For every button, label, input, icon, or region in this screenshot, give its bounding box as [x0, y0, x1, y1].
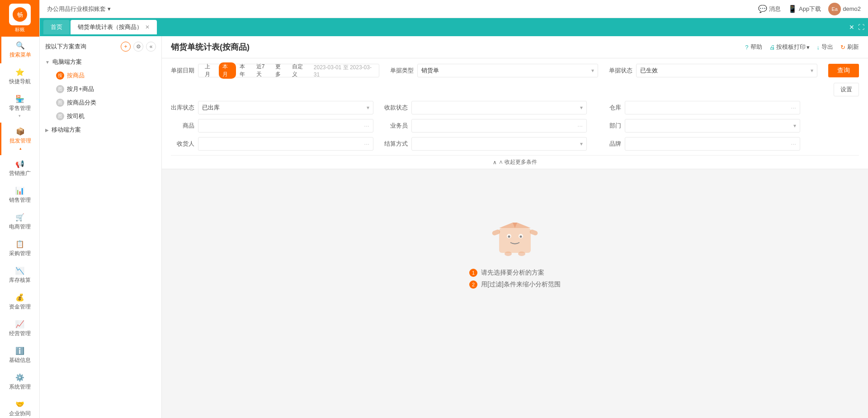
query-button[interactable]: 查询 — [828, 64, 859, 77]
user-profile-btn[interactable]: Ea demo2 — [828, 3, 861, 15]
template-print-btn[interactable]: 🖨 按模板打印 ▾ — [769, 43, 810, 51]
app-download-label: App下载 — [799, 5, 821, 13]
department-dropdown: ▾ — [793, 123, 796, 129]
sidebar-item-inventory-check[interactable]: 📉 库存核算 — [0, 262, 39, 289]
sidebar-item-ops-mgmt[interactable]: 📈 经营管理 — [0, 315, 39, 342]
tree-item-pc-scheme[interactable]: ▼ 电脑端方案 — [40, 55, 161, 69]
refresh-btn[interactable]: ↻ 刷新 — [840, 43, 859, 51]
settings-button[interactable]: 设置 — [834, 83, 859, 96]
svg-point-6 — [520, 236, 522, 238]
pill-7days[interactable]: 近7天 — [254, 62, 272, 79]
sidebar-item-label: 资金管理 — [9, 303, 31, 311]
filter-collect-status: 收款状态 ▾ — [384, 101, 587, 114]
search-icon: 🔍 — [16, 41, 25, 50]
settlement-label: 结算方式 — [384, 140, 411, 148]
app-download-btn[interactable]: 📱 App下载 — [788, 5, 821, 13]
collapse-panel-btn[interactable]: « — [146, 42, 156, 52]
tree-item-by-product[interactable]: 按 按商品 — [40, 69, 161, 82]
pill-this-year[interactable]: 本年 — [237, 62, 253, 79]
receiver-dots: ··· — [364, 140, 369, 147]
settings-scheme-btn[interactable]: ⚙ — [133, 42, 143, 52]
sidebar-item-wholesale-mgmt[interactable]: 📦 批发管理 ▴ — [0, 123, 39, 155]
brand-input[interactable]: ··· — [625, 137, 800, 151]
info-icon: ℹ️ — [15, 347, 24, 355]
tree-label-by-product: 按商品 — [67, 71, 85, 80]
receiver-input[interactable]: ··· — [198, 137, 373, 151]
template-print-arrow: ▾ — [807, 44, 810, 51]
collapse-filter-btn[interactable]: ∧ ∧ 收起更多条件 — [171, 155, 859, 169]
sidebar-item-ecommerce-mgmt[interactable]: 🛒 电商管理 — [0, 209, 39, 235]
svg-rect-2 — [499, 228, 531, 253]
pill-last-month[interactable]: 上月 — [202, 62, 218, 79]
sidebar-item-marketing[interactable]: 📢 营销推广 — [0, 155, 39, 182]
warehouse-input[interactable]: ··· — [625, 101, 800, 114]
company-selector[interactable]: 办公用品行业模拟账套 ▾ — [47, 5, 111, 13]
message-btn[interactable]: 💬 消息 — [758, 5, 781, 13]
filter-row-2: 出库状态 已出库 ▾ 收款状态 ▾ — [171, 101, 859, 114]
svg-point-5 — [508, 236, 510, 238]
left-panel-header: 按以下方案查询 + ⚙ « — [40, 42, 161, 55]
tree-label-by-month-product: 按月+商品 — [67, 85, 94, 93]
tree-item-by-cashier[interactable]: 图 按司机 — [40, 109, 161, 123]
sidebar-item-label: 销售管理 — [9, 196, 31, 204]
tree-label-by-product-category: 按商品分类 — [67, 99, 96, 107]
pill-this-month[interactable]: 本月 — [219, 62, 236, 79]
department-label: 部门 — [598, 122, 625, 130]
ecommerce-icon: 🛒 — [15, 213, 24, 222]
department-input[interactable]: ▾ — [625, 119, 800, 133]
export-btn[interactable]: ↓ 导出 — [817, 43, 834, 51]
sidebar-item-label: 系统管理 — [9, 383, 31, 391]
salesman-input[interactable]: ··· — [411, 119, 587, 133]
gear-icon: ⚙ — [136, 43, 141, 50]
collapse-label: ∧ 收起更多条件 — [499, 158, 537, 166]
sidebar-item-sales-mgmt[interactable]: 📊 销售管理 — [0, 182, 39, 209]
tab-close-icon[interactable]: ✕ — [145, 24, 150, 30]
help-btn[interactable]: ? 帮助 — [745, 43, 762, 51]
system-icon: ⚙️ — [15, 373, 24, 382]
sidebar-item-retail-mgmt[interactable]: 🏪 零售管理 ▾ — [0, 90, 39, 123]
tree-item-mobile-scheme[interactable]: ▶ 移动端方案 — [40, 123, 161, 137]
sidebar-item-basic-info[interactable]: ℹ️ 基础信息 — [0, 342, 39, 369]
sidebar-item-label: 批发管理 — [9, 137, 31, 145]
filter-department: 部门 ▾ — [598, 119, 800, 133]
settlement-input[interactable]: ▾ — [411, 137, 587, 151]
bill-date-input[interactable]: 上月 本月 本年 近7天 更多 自定义 2023-03-01 至 2023-03… — [198, 64, 379, 77]
tab-sales-stat[interactable]: 销货单统计表（按商品） ✕ — [71, 20, 157, 34]
tree-item-by-month-product[interactable]: 图 按月+商品 — [40, 82, 161, 96]
sidebar-item-label: 经营管理 — [9, 330, 31, 337]
collect-status-input[interactable]: ▾ — [411, 101, 587, 114]
logo-text: 标账 — [15, 26, 25, 33]
page-title: 销货单统计表(按商品) — [171, 42, 250, 52]
sidebar-item-purchase-mgmt[interactable]: 📋 采购管理 — [0, 235, 39, 262]
sidebar-item-quick-nav[interactable]: ⭐ 快捷导航 — [0, 63, 39, 90]
svg-point-10 — [518, 252, 525, 256]
svg-point-9 — [505, 252, 512, 256]
add-scheme-btn[interactable]: + — [121, 42, 131, 52]
out-status-input[interactable]: 已出库 ▾ — [198, 101, 373, 114]
product-input[interactable]: ··· — [198, 119, 373, 133]
pill-custom[interactable]: 自定义 — [289, 62, 310, 79]
receiver-label: 收货人 — [171, 140, 198, 148]
by-product-icon: 按 — [56, 71, 64, 80]
sidebar-item-system-mgmt[interactable]: ⚙️ 系统管理 — [0, 369, 39, 395]
bill-type-input[interactable]: 销货单 ▾ — [417, 64, 599, 77]
pill-more[interactable]: 更多 — [273, 62, 288, 79]
bill-status-value: 已生效 — [640, 66, 658, 75]
tree-item-by-category[interactable]: 图 按商品分类 — [40, 96, 161, 109]
plus-icon: + — [124, 43, 127, 50]
close-window-icon[interactable]: ✕ — [849, 24, 854, 31]
tab-home[interactable]: 首页 — [43, 20, 70, 34]
empty-state: 1 请先选择要分析的方案 2 用[过滤]条件来缩小分析范围 — [162, 169, 868, 325]
sidebar-item-enterprise-coop[interactable]: 🤝 企业协同 — [0, 395, 39, 418]
svg-text:畅: 畅 — [17, 11, 23, 18]
maximize-icon[interactable]: ⛶ — [858, 24, 864, 31]
bill-status-input[interactable]: 已生效 ▾ — [636, 64, 817, 77]
filter-out-status: 出库状态 已出库 ▾ — [171, 101, 373, 114]
logo-area: 畅 标账 — [0, 0, 39, 37]
sales-icon: 📊 — [15, 186, 24, 195]
sidebar-item-search-menu[interactable]: 🔍 搜索菜单 — [0, 37, 39, 63]
template-print-label: 按模板打印 — [776, 43, 806, 51]
sidebar-item-finance-mgmt[interactable]: 💰 资金管理 — [0, 289, 39, 315]
tab-sales-stat-label: 销货单统计表（按商品） — [78, 23, 142, 31]
bill-type-dropdown: ▾ — [591, 67, 594, 74]
